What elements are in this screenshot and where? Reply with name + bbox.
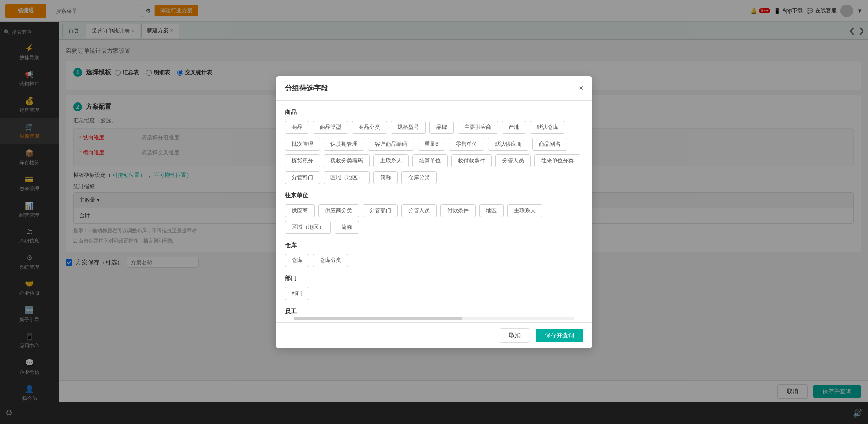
section-goods-title: 商品: [285, 108, 583, 116]
partner-tags: 供应商 供应商分类 分管部门 分管人员 付款条件 地区 主联系人 区域（地区） …: [285, 204, 583, 234]
field-tag[interactable]: 商品类型: [313, 121, 348, 134]
field-tag[interactable]: 主联系人: [507, 204, 542, 217]
field-tag[interactable]: 分管人员: [495, 154, 531, 167]
warehouse-tags: 仓库 仓库分类: [285, 254, 583, 267]
department-tags: 部门: [285, 287, 583, 300]
field-tag[interactable]: 仓库分类: [313, 254, 348, 267]
dialog-title: 分组待选字段: [285, 84, 328, 93]
field-tag[interactable]: 部门: [285, 287, 309, 300]
field-tag[interactable]: 商品: [285, 121, 309, 134]
dialog-footer: 取消 保存并查询: [276, 322, 592, 348]
field-tag[interactable]: 分管部门: [363, 204, 398, 217]
field-tag[interactable]: 供应商: [285, 204, 315, 217]
section-department-title: 部门: [285, 274, 583, 282]
field-tag[interactable]: 仓库分类: [401, 171, 437, 184]
section-employee-title: 员工: [285, 307, 583, 315]
horizontal-scrollbar[interactable]: [294, 317, 574, 320]
section-employee: 员工 业务员: [285, 307, 583, 315]
field-tag[interactable]: 默认仓库: [530, 121, 565, 134]
dialog-header: 分组待选字段 ×: [276, 76, 592, 101]
overlay[interactable]: 分组待选字段 × 商品 商品 商品类型 商品分类 规格型号 品牌 主要供应商 产…: [0, 0, 868, 424]
section-partner-title: 往来单位: [285, 191, 583, 200]
field-tag[interactable]: 仓库: [285, 254, 309, 267]
section-warehouse-title: 仓库: [285, 241, 583, 249]
field-tag[interactable]: 简称: [373, 171, 398, 184]
field-tag[interactable]: 结算单位: [412, 154, 448, 167]
field-tag[interactable]: 分管部门: [285, 171, 320, 184]
field-tag[interactable]: 规格型号: [391, 121, 426, 134]
field-tag[interactable]: 往来单位分类: [534, 154, 580, 167]
field-tag[interactable]: 拣货积分: [285, 154, 320, 167]
field-tag[interactable]: 区域（地区）: [324, 171, 370, 184]
dialog-cancel-button[interactable]: 取消: [500, 328, 530, 343]
dialog-body: 商品 商品 商品类型 商品分类 规格型号 品牌 主要供应商 产地 默认仓库 批次…: [276, 101, 592, 315]
field-selection-dialog: 分组待选字段 × 商品 商品 商品类型 商品分类 规格型号 品牌 主要供应商 产…: [276, 76, 592, 348]
field-tag[interactable]: 重量3: [418, 138, 445, 151]
field-tag[interactable]: 品牌: [429, 121, 454, 134]
field-tag[interactable]: 零售单位: [449, 138, 484, 151]
field-tag[interactable]: 简称: [335, 221, 359, 234]
horizontal-scroll-thumb[interactable]: [294, 317, 462, 320]
field-tag[interactable]: 商品分类: [352, 121, 387, 134]
section-warehouse: 仓库 仓库 仓库分类: [285, 241, 583, 267]
field-tag[interactable]: 区域（地区）: [285, 221, 331, 234]
field-tag[interactable]: 收付款条件: [451, 154, 492, 167]
field-tag[interactable]: 供应商分类: [318, 204, 359, 217]
dialog-confirm-button[interactable]: 保存并查询: [536, 329, 583, 342]
field-tag[interactable]: 税收分类编码: [324, 154, 370, 167]
field-tag[interactable]: 主联系人: [373, 154, 409, 167]
section-goods: 商品 商品 商品类型 商品分类 规格型号 品牌 主要供应商 产地 默认仓库 批次…: [285, 108, 583, 184]
field-tag[interactable]: 默认供应商: [488, 138, 528, 151]
field-tag[interactable]: 客户商品编码: [368, 138, 414, 151]
field-tag[interactable]: 主要供应商: [458, 121, 498, 134]
section-partner: 往来单位 供应商 供应商分类 分管部门 分管人员 付款条件 地区 主联系人 区域…: [285, 191, 583, 234]
horizontal-scrollbar-container: [276, 315, 592, 322]
field-tag[interactable]: 分管人员: [401, 204, 437, 217]
field-tag[interactable]: 地区: [479, 204, 504, 217]
field-tag[interactable]: 付款条件: [440, 204, 476, 217]
field-tag[interactable]: 商品别名: [532, 138, 567, 151]
field-tag[interactable]: 产地: [502, 121, 526, 134]
dialog-close-button[interactable]: ×: [579, 84, 583, 92]
field-tag[interactable]: 保质期管理: [324, 138, 364, 151]
section-department: 部门 部门: [285, 274, 583, 300]
goods-tags: 商品 商品类型 商品分类 规格型号 品牌 主要供应商 产地 默认仓库 批次管理 …: [285, 121, 583, 184]
field-tag[interactable]: 批次管理: [285, 138, 320, 151]
